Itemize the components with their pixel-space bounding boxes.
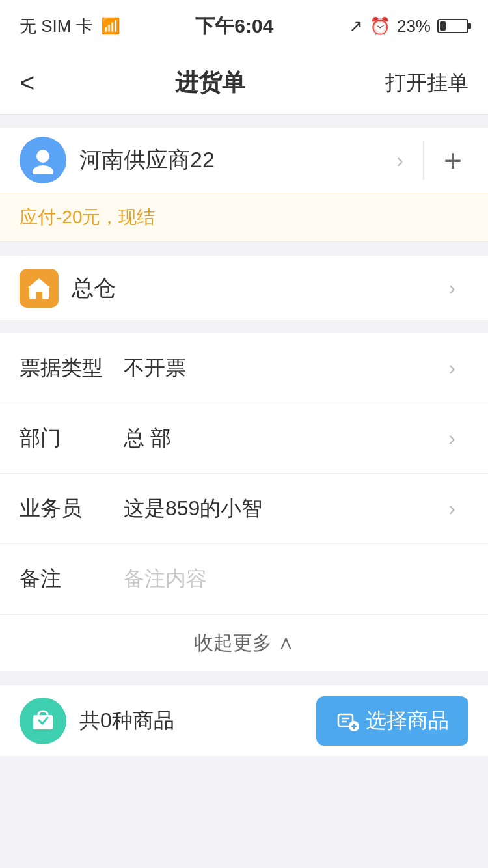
remark-input[interactable]: 备注内容 <box>111 565 468 593</box>
remark-label: 备注 <box>20 565 111 593</box>
status-time: 下午6:04 <box>195 13 273 40</box>
product-count-label: 共0种商品 <box>79 707 316 735</box>
notice-banner: 应付-20元，现结 <box>0 193 488 242</box>
bill-type-row[interactable]: 票据类型 不开票 › <box>0 333 488 403</box>
bill-type-label: 票据类型 <box>20 354 111 383</box>
page-background <box>0 756 488 868</box>
page-title: 进货单 <box>175 67 245 99</box>
bill-type-chevron-icon: › <box>448 356 455 380</box>
warehouse-icon-wrap <box>20 269 59 308</box>
warehouse-chevron-icon: › <box>448 276 455 300</box>
carrier-label: 无 SIM 卡 <box>20 15 93 38</box>
svg-marker-3 <box>28 278 50 288</box>
back-button[interactable]: < <box>20 68 34 98</box>
nav-bar: < 进货单 打开挂单 <box>0 52 488 115</box>
form-section: 票据类型 不开票 › 部门 总 部 › 业务员 这是859的小智 › 备注 备注… <box>0 333 488 671</box>
svg-point-0 <box>36 150 49 163</box>
supplier-section: 河南供应商22 › + 应付-20元，现结 <box>0 128 488 242</box>
status-left: 无 SIM 卡 📶 <box>20 15 120 38</box>
battery-percent: 23% <box>397 16 431 36</box>
bill-type-value: 不开票 <box>111 354 448 383</box>
product-icon-wrap <box>20 698 66 744</box>
warehouse-icon <box>27 276 51 301</box>
status-bar: 无 SIM 卡 📶 下午6:04 ↗ ⏰ 23% <box>0 0 488 52</box>
svg-point-1 <box>33 165 53 174</box>
dept-row[interactable]: 部门 总 部 › <box>0 403 488 474</box>
notice-text: 应付-20元，现结 <box>20 207 155 227</box>
warehouse-row[interactable]: 总仓 › <box>0 255 488 320</box>
collapse-button[interactable]: 收起更多 ∧ <box>0 614 488 671</box>
collapse-label: 收起更多 ∧ <box>194 630 293 657</box>
supplier-chevron-icon: › <box>396 148 403 172</box>
battery-icon <box>437 19 468 33</box>
bottom-bar: 共0种商品 选择商品 <box>0 685 488 756</box>
dept-value: 总 部 <box>111 424 448 453</box>
top-divider <box>0 115 488 128</box>
add-supplier-button[interactable]: + <box>431 142 468 178</box>
warehouse-section: 总仓 › <box>0 255 488 320</box>
remark-row[interactable]: 备注 备注内容 <box>0 544 488 614</box>
location-icon: ↗ <box>349 16 363 36</box>
sales-label: 业务员 <box>20 495 111 523</box>
open-pending-button[interactable]: 打开挂单 <box>385 69 468 98</box>
alarm-icon: ⏰ <box>370 16 390 36</box>
wifi-icon: 📶 <box>101 17 120 35</box>
select-product-icon <box>336 709 359 733</box>
sales-chevron-icon: › <box>448 496 455 521</box>
warehouse-name: 总仓 <box>72 273 448 303</box>
select-product-label: 选择商品 <box>366 707 449 735</box>
supplier-name: 河南供应商22 <box>79 145 396 175</box>
supplier-avatar <box>20 137 66 183</box>
supplier-icon <box>29 146 57 174</box>
sales-row[interactable]: 业务员 这是859的小智 › <box>0 474 488 544</box>
select-product-button[interactable]: 选择商品 <box>316 696 468 746</box>
sales-value: 这是859的小智 <box>111 495 448 523</box>
product-icon <box>29 707 57 735</box>
supplier-divider <box>423 141 424 180</box>
supplier-row[interactable]: 河南供应商22 › + <box>0 128 488 193</box>
mid-divider <box>0 242 488 255</box>
dept-chevron-icon: › <box>448 426 455 450</box>
dept-label: 部门 <box>20 424 111 453</box>
status-right: ↗ ⏰ 23% <box>349 16 468 36</box>
svg-rect-4 <box>36 292 42 299</box>
